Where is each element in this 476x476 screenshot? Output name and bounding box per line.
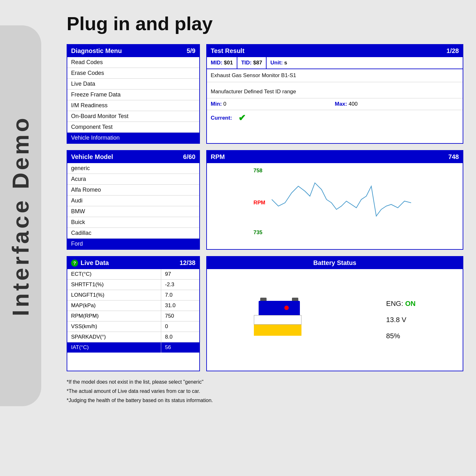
live-data-val-shrtft1: -2.3 — [161, 280, 199, 290]
live-data-name-longft1: LONGFT1(%) — [67, 290, 161, 300]
unit-cell: Unit: s — [267, 57, 291, 69]
menu-item-read-codes[interactable]: Read Codes — [67, 57, 199, 68]
mid-cell: MID: $01 — [207, 57, 237, 69]
rpm-svg: 758 735 RPM — [210, 166, 459, 239]
page-title: Plug in and play — [67, 13, 463, 35]
min-value: 0 — [223, 101, 226, 107]
tid-label: TID: — [241, 60, 252, 66]
row-1: Diagnostic Menu 5/9 Read Codes Erase Cod… — [67, 44, 463, 144]
live-data-panel: ? Live Data 12/38 ECT(°C) 97 SHRTFT1(%) … — [67, 256, 200, 371]
test-current-row: Current: ✔ — [207, 110, 463, 126]
unit-value: s — [284, 60, 287, 66]
vehicle-bmw[interactable]: BMW — [67, 206, 199, 217]
battery-indicator-dot — [284, 306, 289, 310]
row-3: ? Live Data 12/38 ECT(°C) 97 SHRTFT1(%) … — [67, 256, 463, 371]
live-data-name-rpm: RPM(RPM) — [67, 311, 161, 321]
test-ids-row: MID: $01 TID: $87 Unit: s — [207, 57, 463, 69]
row-2: Vehicle Model 6/60 generic Acura Alfa Ro… — [67, 150, 463, 250]
rpm-value: 748 — [448, 153, 459, 161]
question-icon: ? — [71, 260, 78, 267]
min-cell: Min: 0 — [211, 101, 335, 107]
current-checkmark: ✔ — [238, 113, 246, 123]
vehicle-ford[interactable]: Ford — [67, 239, 199, 249]
vehicle-model-title: Vehicle Model — [71, 153, 113, 161]
vehicle-acura[interactable]: Acura — [67, 174, 199, 185]
live-data-val-longft1: 7.0 — [161, 290, 199, 300]
battery-middle — [254, 315, 301, 325]
footer-note-1: *If the model does not exist in the list… — [67, 378, 463, 387]
vehicle-alfa-romeo[interactable]: Alfa Romeo — [67, 185, 199, 195]
unit-label: Unit: — [270, 60, 283, 66]
max-value: 400 — [348, 101, 357, 107]
footer-notes: *If the model does not exist in the list… — [67, 378, 463, 405]
live-data-name-sparkadv: SPARKADV(°) — [67, 332, 161, 342]
live-data-name-iat: IAT(°C) — [67, 342, 161, 353]
live-data-name-map: MAP(kPa) — [67, 301, 161, 311]
live-data-row-longft1[interactable]: LONGFT1(%) 7.0 — [67, 290, 199, 301]
svg-text:758: 758 — [254, 168, 262, 174]
menu-item-live-data[interactable]: Live Data — [67, 79, 199, 89]
rpm-header: RPM 748 — [207, 151, 463, 163]
rpm-panel: RPM 748 758 735 RPM — [206, 150, 463, 250]
live-data-row-vss[interactable]: VSS(km/h) 0 — [67, 321, 199, 332]
vehicle-model-page: 6/60 — [183, 153, 195, 161]
test-result-panel: Test Result 1/28 MID: $01 TID: $87 Unit:… — [206, 44, 463, 144]
live-data-val-sparkadv: 8.0 — [161, 332, 199, 342]
diagnostic-menu-title: Diagnostic Menu — [71, 47, 122, 55]
live-data-header: ? Live Data 12/38 — [67, 257, 199, 269]
live-data-val-iat: 56 — [161, 342, 199, 353]
vehicle-generic[interactable]: generic — [67, 163, 199, 174]
battery-content: ENG: ON 13.8 V 85% — [207, 269, 463, 371]
svg-text:RPM: RPM — [254, 200, 265, 206]
eng-label: ENG: — [386, 300, 403, 307]
rpm-chart: 758 735 RPM — [207, 163, 463, 246]
live-data-row-ect[interactable]: ECT(°C) 97 — [67, 269, 199, 280]
menu-item-onboard-monitor[interactable]: On-Board Monitor Test — [67, 111, 199, 122]
live-data-row-map[interactable]: MAP(kPa) 31.0 — [67, 301, 199, 311]
menu-item-im-readiness[interactable]: I/M Readiness — [67, 100, 199, 111]
current-label: Current: — [211, 115, 232, 121]
diagnostic-menu-panel: Diagnostic Menu 5/9 Read Codes Erase Cod… — [67, 44, 200, 144]
live-data-row-rpm[interactable]: RPM(RPM) 750 — [67, 311, 199, 321]
menu-item-erase-codes[interactable]: Erase Codes — [67, 68, 199, 79]
live-data-row-iat[interactable]: IAT(°C) 56 — [67, 342, 199, 353]
battery-status-header: Battery Status — [207, 257, 463, 269]
menu-item-component-test[interactable]: Component Test — [67, 122, 199, 133]
battery-bottom — [254, 325, 301, 336]
battery-icon — [254, 301, 305, 339]
test-result-title: Test Result — [211, 47, 244, 55]
diagnostic-menu-header: Diagnostic Menu 5/9 — [67, 45, 199, 57]
vehicle-cadillac[interactable]: Cadillac — [67, 228, 199, 239]
live-data-title: Live Data — [81, 259, 109, 267]
live-data-row-shrtft1[interactable]: SHRTFT1(%) -2.3 — [67, 280, 199, 290]
svg-text:735: 735 — [254, 229, 262, 235]
battery-percent: 85% — [386, 332, 400, 340]
battery-top — [259, 301, 300, 315]
menu-item-vehicle-info[interactable]: Vehicle Information — [67, 133, 199, 143]
vehicle-model-panel: Vehicle Model 6/60 generic Acura Alfa Ro… — [67, 150, 200, 250]
sidebar-text: Interface Demo — [9, 116, 32, 316]
eng-value: ON — [405, 300, 416, 307]
max-cell: Max: 400 — [335, 101, 459, 107]
live-data-val-map: 31.0 — [161, 301, 199, 311]
main-content: Plug in and play Diagnostic Menu 5/9 Rea… — [48, 0, 476, 418]
battery-status-panel: Battery Status ENG: ON — [206, 256, 463, 371]
live-data-val-ect: 97 — [161, 269, 199, 279]
test-result-header: Test Result 1/28 — [207, 45, 463, 57]
vehicle-buick[interactable]: Buick — [67, 217, 199, 228]
rpm-title: RPM — [211, 153, 225, 161]
min-label: Min: — [211, 101, 222, 107]
tid-cell: TID: $87 — [237, 57, 267, 69]
footer-note-2: *The actual amount of Live data read var… — [67, 387, 463, 396]
max-label: Max: — [335, 101, 347, 107]
battery-info: ENG: ON 13.8 V 85% — [386, 300, 416, 340]
menu-item-freeze-frame[interactable]: Freeze Frame Data — [67, 89, 199, 100]
live-data-val-vss: 0 — [161, 321, 199, 332]
diagnostic-menu-page: 5/9 — [187, 47, 195, 55]
footer-note-3: *Judging the health of the battery based… — [67, 396, 463, 405]
battery-eng-status: ENG: ON — [386, 300, 416, 308]
test-mfr-text: Manufacturer Defined Test ID range — [207, 82, 463, 98]
sidebar: Interface Demo — [0, 25, 41, 406]
live-data-row-sparkadv[interactable]: SPARKADV(°) 8.0 — [67, 332, 199, 342]
vehicle-audi[interactable]: Audi — [67, 195, 199, 206]
